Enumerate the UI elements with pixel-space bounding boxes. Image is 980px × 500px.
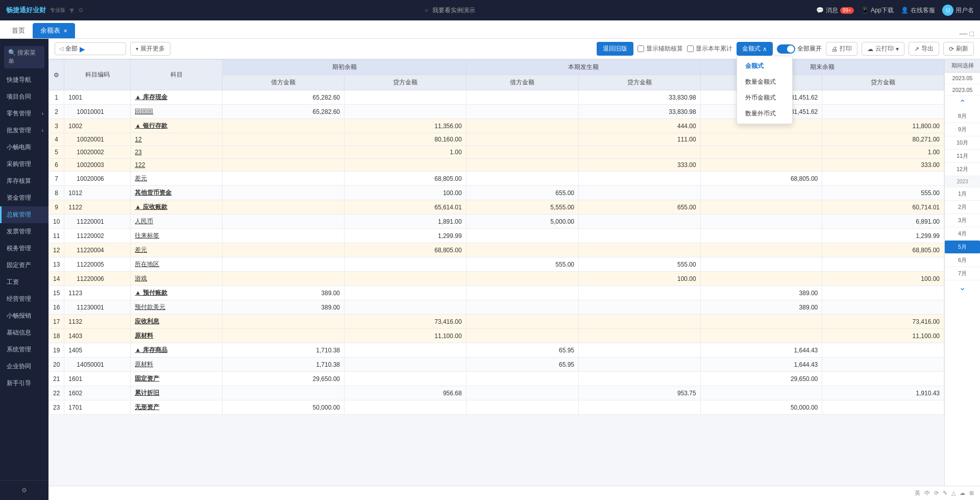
period-item-12[interactable]: 12月 [945, 163, 980, 176]
sidebar-item-invoice[interactable]: 发票管理 [0, 223, 48, 240]
sidebar-item-xiaochang-ecom[interactable]: 小畅电商 [0, 139, 48, 156]
row-name[interactable]: ▲ 预付账款 [131, 286, 223, 300]
sidebar-item-system[interactable]: 系统管理 [0, 341, 48, 358]
sidebar-settings-btn[interactable]: ⚙ [4, 485, 44, 496]
chevron-down-icon[interactable]: ▾ [69, 5, 74, 16]
sidebar-item-operations[interactable]: 经营管理 [0, 291, 48, 307]
period-item-5[interactable]: 5月 [945, 241, 980, 254]
period-item-7[interactable]: 7月 [945, 267, 980, 280]
expand-all-toggle[interactable]: 全部展开 [777, 44, 822, 54]
online-service-btn[interactable]: 👤 在线客服 [901, 6, 935, 15]
row-name[interactable]: 原材料 [131, 329, 223, 343]
user-avatar-btn[interactable]: U 用户名 [942, 5, 974, 16]
dropdown-item-waihui-jine[interactable]: 外币金额式 [737, 90, 792, 106]
year-total-checkbox-input[interactable] [687, 45, 694, 52]
account-search[interactable]: ◁ 全部 ▶ [55, 42, 126, 55]
status-edit-icon[interactable]: ✎ [943, 490, 947, 496]
sidebar-item-retail[interactable]: 零售管理 › [0, 105, 48, 122]
row-current-debit [466, 386, 578, 400]
row-name[interactable]: ▲ 库存商品 [131, 343, 223, 358]
period-item-6[interactable]: 6月 [945, 254, 980, 267]
toggle-track[interactable] [777, 44, 795, 54]
period-item-10[interactable]: 10月 [945, 136, 980, 150]
sidebar-item-inventory[interactable]: 库存核算 [0, 173, 48, 189]
settings-icon[interactable]: ⚙ [78, 7, 84, 14]
sidebar-item-enterprise[interactable]: 企业协同 [0, 358, 48, 375]
status-triangle-icon[interactable]: △ [951, 490, 955, 496]
expand-more-btn[interactable]: ▾ 展开更多 [130, 42, 170, 56]
sidebar-item-guide[interactable]: 新手引导 [0, 375, 48, 392]
expand-up-icon[interactable]: ⌃ [945, 96, 980, 110]
sidebar-item-tax[interactable]: 税务管理 [0, 240, 48, 257]
row-opening-credit: 73,416.00 [345, 315, 467, 329]
messages-btn[interactable]: 💬 消息 99+ [816, 6, 854, 15]
dropdown-item-jine[interactable]: 金额式 [737, 58, 792, 74]
window-minimize-icon[interactable]: — [960, 29, 968, 38]
export-btn[interactable]: ↗ 导出 [909, 42, 939, 56]
demo-link[interactable]: 我要看实例演示 [432, 6, 475, 15]
amount-mode-btn[interactable]: 金额式 ∧ [737, 42, 773, 56]
table-settings-header[interactable]: ⚙ [49, 60, 64, 90]
window-maximize-icon[interactable]: □ [970, 30, 974, 38]
period-item-4[interactable]: 4月 [945, 227, 980, 241]
sidebar-item-quick-nav[interactable]: 快捷导航 [0, 72, 48, 88]
status-cn-icon[interactable]: 中 [924, 489, 930, 497]
print-btn[interactable]: 🖨 打印 [826, 42, 857, 56]
sidebar-item-capital[interactable]: 资金管理 [0, 189, 48, 206]
search-menu[interactable]: 🔍 搜索菜单 [4, 46, 44, 68]
service-icon: 👤 [901, 7, 909, 14]
row-name[interactable]: ▲ 库存现金 [131, 90, 223, 105]
sidebar-item-xiaochang-sales[interactable]: 小畅报销 [0, 307, 48, 324]
sidebar-item-basic-info[interactable]: 基础信息 [0, 324, 48, 341]
row-opening-credit [345, 272, 467, 286]
show-year-total-checkbox[interactable]: 显示本年累计 [687, 44, 732, 53]
row-closing-credit: 6,891.00 [822, 215, 944, 229]
sidebar-item-general-ledger[interactable]: 总账管理 [0, 206, 48, 223]
sidebar-item-fixed-assets[interactable]: 固定资产 [0, 257, 48, 274]
search-right-icon[interactable]: ▶ [80, 45, 85, 53]
row-name[interactable]: 累计折旧 [131, 386, 223, 400]
row-name[interactable]: 固定资产 [131, 372, 223, 386]
show-auxiliary-checkbox[interactable]: 显示辅助核算 [638, 44, 683, 53]
row-name[interactable]: ▲ 银行存款 [131, 119, 223, 133]
auxiliary-checkbox-input[interactable] [638, 45, 644, 52]
row-opening-debit: 389.00 [223, 300, 345, 315]
app-download-btn[interactable]: 📱 App下载 [861, 6, 894, 15]
row-name[interactable]: 无形资产 [131, 400, 223, 415]
period-item-9[interactable]: 9月 [945, 123, 980, 136]
tab-balance[interactable]: 余额表 ✕ [33, 23, 75, 38]
dropdown-item-shuliang-waihui[interactable]: 数量外币式 [737, 106, 792, 122]
status-grid-icon[interactable]: ⊞ [969, 490, 974, 496]
row-name[interactable]: ▲ 应收账款 [131, 200, 223, 215]
status-cloud-icon[interactable]: ☁ [960, 490, 965, 496]
row-opening-debit: 1,710.38 [223, 343, 345, 358]
row-closing-credit [822, 105, 944, 119]
return-old-btn[interactable]: 退回旧版 [597, 42, 633, 56]
row-name[interactable]: 其他货币资金 [131, 186, 223, 200]
sidebar-item-purchase[interactable]: 采购管理 [0, 156, 48, 173]
period-item-1[interactable]: 1月 [945, 187, 980, 201]
cloud-print-btn[interactable]: ☁ 云打印 ▾ [862, 42, 904, 56]
row-current-credit: 333.00 [579, 159, 701, 172]
row-closing-debit [700, 159, 822, 172]
row-name[interactable]: 应收利息 [131, 315, 223, 329]
dropdown-item-shuliang-jine[interactable]: 数量金额式 [737, 74, 792, 90]
period-item-2023-05-b[interactable]: 2023.05 [945, 84, 980, 96]
period-item-8[interactable]: 8月 [945, 110, 980, 123]
sidebar-item-wholesale[interactable]: 批发管理 › [0, 122, 48, 139]
period-item-3[interactable]: 3月 [945, 214, 980, 227]
status-refresh-icon[interactable]: ⟳ [934, 490, 939, 496]
sidebar-item-wages[interactable]: 工资 [0, 274, 48, 291]
row-opening-debit [223, 229, 345, 243]
tab-home[interactable]: 首页 [4, 23, 33, 38]
row-name: 12 [131, 133, 223, 146]
sidebar-item-project-contract[interactable]: 项目合同 [0, 88, 48, 105]
expand-down-icon[interactable]: ⌄ [945, 280, 980, 294]
app-download-label: App下载 [871, 6, 894, 15]
refresh-btn[interactable]: ⟳ 刷新 [943, 42, 974, 56]
period-item-2[interactable]: 2月 [945, 201, 980, 214]
tab-close-icon[interactable]: ✕ [63, 28, 67, 34]
period-item-2023-05-a[interactable]: 2023.05 [945, 73, 980, 84]
period-item-11[interactable]: 11月 [945, 150, 980, 163]
status-en-icon[interactable]: 英 [915, 489, 920, 497]
